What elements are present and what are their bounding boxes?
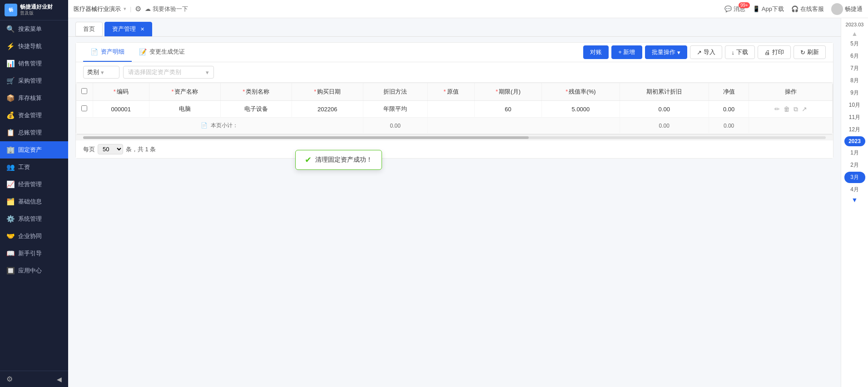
sidebar: 畅 畅捷通好业财 普及版 🔍 搜索菜单 ⚡ 快捷导航 📊 销售管理 🛒 采购管理… [0, 0, 68, 387]
sidebar-label-fixed-assets: 固定资产 [18, 146, 42, 154]
calendar-up-btn[interactable]: ▲ [851, 29, 859, 38]
download-icon: 📱 [753, 5, 760, 12]
sidebar-item-search[interactable]: 🔍 搜索菜单 [0, 20, 68, 38]
category-filter[interactable]: 类别 ▾ [83, 66, 119, 79]
calendar-months: 5月6月7月8月9月10月11月12月20231月2月3月4月 [841, 38, 868, 195]
calendar-month[interactable]: 8月 [844, 75, 865, 86]
sidebar-label-inventory: 库存核算 [18, 94, 42, 102]
sidebar-label-quicknav: 快捷导航 [18, 42, 42, 50]
sidebar-item-inventory[interactable]: 📦 库存核算 [0, 89, 68, 107]
edit-icon[interactable]: ✏ [774, 105, 780, 113]
scroll-thumb [83, 136, 529, 139]
collapse-icon[interactable]: ◀ [57, 376, 62, 383]
filter-value-dropdown-icon: ▾ [206, 69, 209, 76]
sidebar-item-operations[interactable]: 📈 经营管理 [0, 176, 68, 193]
experience-btn[interactable]: ☁ 我要体验一下 [145, 5, 188, 13]
tab-assets[interactable]: 资产管理 ✕ [104, 22, 152, 36]
subtotal-file-icon: 📄 [201, 122, 208, 129]
sidebar-item-ledger[interactable]: 📋 总账管理 [0, 124, 68, 141]
calendar-down-btn[interactable]: ▼ [851, 195, 859, 204]
print-button[interactable]: 🖨 打印 [758, 45, 791, 59]
calendar-month[interactable]: 1月 [844, 147, 865, 159]
calendar-month[interactable]: 5月 [844, 38, 865, 50]
calendar-month[interactable]: 4月 [844, 184, 865, 195]
settings-icon[interactable]: ⚙ [6, 375, 13, 383]
copy-icon[interactable]: ⧉ [794, 105, 798, 113]
user-btn[interactable]: 畅捷通 [831, 3, 863, 15]
sidebar-item-apps[interactable]: 🔲 应用中心 [0, 262, 68, 279]
cell-name: 电脑 [149, 101, 221, 118]
category-value-filter[interactable]: 请选择固定资产类别 ▾ [123, 66, 214, 79]
assets-table: *编码 *资产名称 *类别名称 *购买日期 折旧方法 *原值 *期限(月) *残… [76, 83, 833, 134]
cloud-icon: ☁ [145, 5, 151, 12]
sidebar-item-base-info[interactable]: 🗂️ 基础信息 [0, 193, 68, 210]
sidebar-item-purchase[interactable]: 🛒 采购管理 [0, 72, 68, 89]
calendar-month[interactable]: 2月 [844, 159, 865, 171]
sidebar-item-guide[interactable]: 📖 新手引导 [0, 245, 68, 262]
sidebar-icon-operations: 📈 [6, 180, 15, 189]
row-checkbox-cell [76, 101, 93, 118]
top-bar: 医疗器械行业演示 ▾ | ⚙ ☁ 我要体验一下 💬 消息 99+ 📱 App下载… [68, 0, 868, 18]
calendar-month[interactable]: 6月 [844, 50, 865, 62]
sidebar-item-payroll[interactable]: 👥 工资 [0, 159, 68, 176]
subtotal-original-value: 0.00 [363, 118, 427, 134]
per-page-select[interactable]: 50 100 [98, 144, 123, 154]
messages-btn[interactable]: 💬 消息 99+ [724, 5, 745, 13]
company-selector[interactable]: 医疗器械行业演示 ▾ [74, 5, 126, 13]
row-checkbox[interactable] [81, 105, 87, 111]
more-icon[interactable]: ↗ [802, 105, 807, 113]
sub-tab-voucher[interactable]: 📝 变更生成凭证 [132, 43, 192, 62]
tab-close-icon[interactable]: ✕ [140, 26, 144, 32]
delete-icon[interactable]: 🗑 [784, 105, 790, 113]
toast-message: 清理固定资产成功！ [315, 156, 372, 164]
sidebar-label-guide: 新手引导 [18, 249, 42, 258]
filter-row: 类别 ▾ 请选择固定资产类别 ▾ [76, 62, 833, 83]
subtotal-label-cell: 📄 本页小计： [76, 118, 363, 134]
cell-original-value [427, 101, 474, 118]
calendar-month[interactable]: 10月 [844, 99, 865, 111]
cell-residual-rate: 5.0000 [542, 101, 620, 118]
pagination: 每页 50 100 条，共 1 条 [76, 140, 833, 158]
col-name: *资产名称 [149, 83, 221, 101]
sidebar-item-fixed-assets[interactable]: 🏢 固定资产 [0, 141, 68, 159]
sidebar-icon-fixed-assets: 🏢 [6, 146, 15, 154]
sidebar-label-operations: 经营管理 [18, 180, 42, 189]
table-row: 000001 电脑 电子设备 202206 年限平均 60 5.0000 0.0… [76, 101, 833, 118]
col-net-value: 净值 [709, 83, 749, 101]
company-name: 医疗器械行业演示 [74, 5, 121, 13]
sidebar-item-enterprise[interactable]: 🤝 企业协同 [0, 228, 68, 245]
col-code: *编码 [93, 83, 149, 101]
sidebar-item-sales[interactable]: 📊 销售管理 [0, 55, 68, 72]
sidebar-item-system[interactable]: ⚙️ 系统管理 [0, 210, 68, 228]
new-button[interactable]: + 新增 [611, 45, 642, 59]
refresh-button[interactable]: ↻ 刷新 [794, 45, 826, 59]
cell-dep-method: 年限平均 [363, 101, 427, 118]
calendar-active-year[interactable]: 2023 [844, 136, 865, 146]
reconcile-button[interactable]: 对账 [583, 45, 609, 59]
settings-btn[interactable]: ⚙ [135, 5, 141, 13]
import-button[interactable]: ↗ 导入 [690, 45, 722, 59]
tab-home[interactable]: 首页 [75, 22, 103, 36]
sidebar-icon-sales: 📊 [6, 60, 15, 68]
top-bar-right: 💬 消息 99+ 📱 App下载 🎧 在线客服 畅捷通 [724, 3, 863, 15]
download-button[interactable]: ↓ 下载 [725, 45, 755, 59]
calendar-year-header: 2023.03 [845, 20, 865, 29]
app-download-btn[interactable]: 📱 App下载 [753, 5, 784, 13]
batch-ops-button[interactable]: 批量操作 ▾ [645, 45, 687, 59]
sidebar-item-quicknav[interactable]: ⚡ 快捷导航 [0, 38, 68, 55]
calendar-month[interactable]: 9月 [844, 87, 865, 99]
calendar-month[interactable]: 7月 [844, 63, 865, 74]
cell-net-value: 0.00 [709, 101, 749, 118]
calendar-month[interactable]: 11月 [844, 112, 865, 123]
horizontal-scrollbar[interactable] [76, 134, 833, 140]
col-residual-rate: *残值率(%) [542, 83, 620, 101]
sidebar-item-funds[interactable]: 💰 资金管理 [0, 107, 68, 124]
sub-tab-detail[interactable]: 📄 资产明细 [83, 43, 132, 62]
online-service-btn[interactable]: 🎧 在线客服 [791, 5, 824, 13]
calendar-month[interactable]: 3月 [844, 172, 865, 183]
calendar-month[interactable]: 12月 [844, 124, 865, 135]
scroll-track [83, 136, 826, 139]
sidebar-icon-funds: 💰 [6, 111, 15, 119]
sidebar-scroll: 🔍 搜索菜单 ⚡ 快捷导航 📊 销售管理 🛒 采购管理 📦 库存核算 💰 资金管… [0, 20, 68, 371]
select-all-checkbox[interactable] [81, 88, 87, 94]
